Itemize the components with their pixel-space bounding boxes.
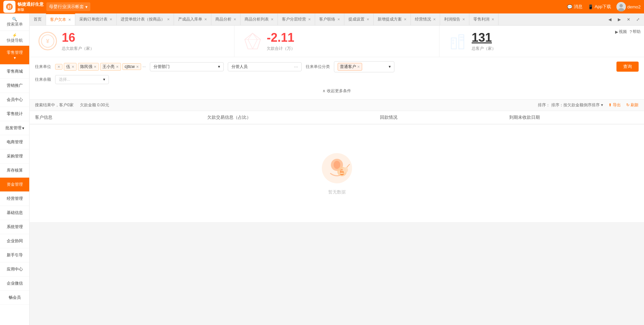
tab-purchase-order-stats[interactable]: 采购订单统计表 ✕ xyxy=(75,13,117,26)
tab-controls: ◀ ▶ ✕ ⤢ xyxy=(604,15,644,24)
svg-point-19 xyxy=(334,161,340,169)
tab-product-analysis[interactable]: 商品分析 ✕ xyxy=(211,13,241,26)
tab-retail-profit[interactable]: 零售利润 ✕ xyxy=(469,13,499,26)
sidebar-item-basic-info[interactable]: 基础信息 xyxy=(0,206,29,220)
more-tags-btn[interactable]: ··· xyxy=(142,64,146,69)
tab-profit-report[interactable]: 利润报告 ✕ xyxy=(440,13,469,26)
tab-label: 客户分层经营 xyxy=(282,16,306,22)
sidebar-item-enterprise-wechat[interactable]: 企业微信 xyxy=(0,277,29,291)
query-btn[interactable]: 查询 xyxy=(616,62,639,72)
sort-select[interactable]: 排序： 排序：按欠款金额倒序排序 ▾ xyxy=(538,102,603,108)
tenant-selector[interactable]: 母婴行业演示帐套 ▾ xyxy=(46,2,90,11)
sidebar-item-enterprise-collab[interactable]: 企业协同 xyxy=(0,234,29,248)
tag-remove-btn[interactable]: ✕ xyxy=(72,65,74,69)
sidebar-item-label: 经营管理 xyxy=(3,196,27,202)
help-btn[interactable]: ? 帮助 xyxy=(630,29,641,35)
refresh-icon: ↻ xyxy=(626,103,630,107)
tab-close-all[interactable]: ✕ xyxy=(625,15,633,24)
sidebar-item-label: 企业微信 xyxy=(3,281,27,286)
close-icon[interactable]: ✕ xyxy=(404,17,406,21)
sidebar-item-label: 新手引导 xyxy=(3,252,27,258)
sidebar-item-member-center[interactable]: 会员中心 xyxy=(0,93,29,107)
person-filter-select[interactable]: 分管人员 ··· xyxy=(228,62,302,71)
sidebar-item-app-center[interactable]: 应用中心 xyxy=(0,262,29,277)
top-bar-right: 💬 消息 📱 App下载 demo2 xyxy=(567,2,641,11)
close-icon[interactable]: ✕ xyxy=(110,17,112,21)
tab-product-analysis-list[interactable]: 商品分析列表 ✕ xyxy=(241,13,278,26)
sidebar-item-retail-mgmt[interactable]: 零售管理 ▾ xyxy=(0,46,29,65)
close-icon[interactable]: ✕ xyxy=(233,17,236,21)
user-avatar-btn[interactable]: demo2 xyxy=(616,2,641,11)
close-icon[interactable]: ✕ xyxy=(433,17,436,21)
close-icon[interactable]: ✕ xyxy=(271,17,273,21)
chevron-down-icon: ▾ xyxy=(103,77,105,82)
download-icon: 📱 xyxy=(588,4,593,9)
tab-label: 商品分析列表 xyxy=(245,16,269,22)
tab-label: 商品分析 xyxy=(215,16,231,22)
video-help-btn[interactable]: ▶ 视频 xyxy=(615,29,627,35)
tab-label: 首页 xyxy=(34,16,42,22)
message-icon: 💬 xyxy=(567,4,572,9)
app-subtitle: 标版 xyxy=(17,7,44,12)
sidebar-item-ecommerce-mgmt[interactable]: 电商管理 xyxy=(0,135,29,149)
balance-placeholder: 选择... xyxy=(59,77,70,82)
tag-remove-btn[interactable]: ✕ xyxy=(116,65,119,69)
export-btn[interactable]: ⬆ 导出 xyxy=(608,102,621,108)
class-filter-select[interactable]: 普通客户 ✕ ▾ xyxy=(334,61,394,72)
col-arrears-info: 欠款交易信息（占比） xyxy=(207,114,380,120)
tab-production-in[interactable]: 产成品入库单 ✕ xyxy=(174,13,211,26)
dept-filter-select[interactable]: 分管部门 ▾ xyxy=(150,62,224,71)
tag-remove-btn[interactable]: ✕ xyxy=(94,65,96,69)
svg-rect-12 xyxy=(453,43,454,44)
tab-commission-settings[interactable]: 提成设置 ✕ xyxy=(344,13,374,26)
sidebar-item-new-guide[interactable]: 新手引导 xyxy=(0,248,29,262)
tab-operation-status[interactable]: 经营情况 ✕ xyxy=(411,13,440,26)
tab-label: 采购订单统计表 xyxy=(79,16,108,22)
sidebar-item-retail-mall[interactable]: 零售商城 xyxy=(0,65,29,79)
close-icon[interactable]: ✕ xyxy=(167,17,170,21)
close-icon[interactable]: ✕ xyxy=(367,17,369,21)
tab-stock-stats-by-product[interactable]: 进货单统计表（按商品） ✕ xyxy=(117,13,174,26)
close-icon[interactable]: ✕ xyxy=(462,17,465,21)
table-header: 客户信息 欠款交易信息（占比） 回款情况 到期未收款日期 xyxy=(30,111,644,124)
sidebar-item-retail-stats[interactable]: 零售统计 xyxy=(0,107,29,121)
collapse-more-btn[interactable]: ∧ 收起更多条件 xyxy=(35,87,639,95)
messages-label: 消息 xyxy=(574,4,583,10)
tab-customer-tier[interactable]: 客户分层经营 ✕ xyxy=(278,13,315,26)
refresh-btn[interactable]: ↻ 刷新 xyxy=(626,102,639,108)
close-icon[interactable]: ✕ xyxy=(68,18,71,22)
tab-customer-arrears[interactable]: 客户欠本 ✕ xyxy=(46,13,75,26)
video-icon: ▶ xyxy=(615,30,618,34)
tab-expand[interactable]: ⤢ xyxy=(634,15,642,24)
tag-x-icon[interactable]: ✕ xyxy=(57,65,60,69)
tab-new-commission-plan[interactable]: 新增提成方案 ✕ xyxy=(374,13,411,26)
building-icon xyxy=(447,31,468,51)
app-download-btn[interactable]: 📱 App下载 xyxy=(588,4,611,10)
tag-label: 陈民强 xyxy=(80,64,92,70)
sidebar-item-label: 会员中心 xyxy=(3,97,27,103)
filter-dots-icon[interactable]: ··· xyxy=(294,64,298,69)
sidebar-item-purchase-mgmt[interactable]: 采购管理 xyxy=(0,149,29,164)
tab-label: 经营情况 xyxy=(415,16,431,22)
close-icon[interactable]: ✕ xyxy=(204,17,207,21)
sidebar-item-inventory[interactable]: 库存核算 xyxy=(0,164,29,178)
tab-customer-contact[interactable]: 客户联络 ✕ xyxy=(315,13,344,26)
sidebar-item-wholesale-mgmt[interactable]: 批发管理 ▾ xyxy=(0,121,29,135)
balance-filter-select[interactable]: 选择... ▾ xyxy=(55,75,109,84)
class-tag-remove-btn[interactable]: ✕ xyxy=(357,65,360,69)
sidebar-item-operation-mgmt[interactable]: 经营管理 xyxy=(0,192,29,206)
sidebar-item-finance-mgmt[interactable]: 资金管理 xyxy=(0,178,29,192)
tag-remove-btn[interactable]: ✕ xyxy=(136,65,139,69)
tab-home[interactable]: 首页 xyxy=(30,13,46,26)
close-icon[interactable]: ✕ xyxy=(308,17,311,21)
close-icon[interactable]: ✕ xyxy=(337,17,340,21)
sidebar-search[interactable]: 🔍 搜索菜单 xyxy=(0,13,29,31)
close-icon[interactable]: ✕ xyxy=(491,17,494,21)
tab-scroll-right[interactable]: ▶ xyxy=(615,15,623,24)
sidebar-item-chang-member[interactable]: 畅会员 xyxy=(0,291,29,305)
messages-btn[interactable]: 💬 消息 xyxy=(567,4,583,10)
sidebar-item-system-mgmt[interactable]: 系统管理 xyxy=(0,220,29,234)
sidebar-item-marketing[interactable]: 营销推广 xyxy=(0,79,29,93)
sidebar-quick-nav[interactable]: ⚡ 快捷导航 xyxy=(0,31,29,46)
tab-scroll-left[interactable]: ◀ xyxy=(606,15,614,24)
